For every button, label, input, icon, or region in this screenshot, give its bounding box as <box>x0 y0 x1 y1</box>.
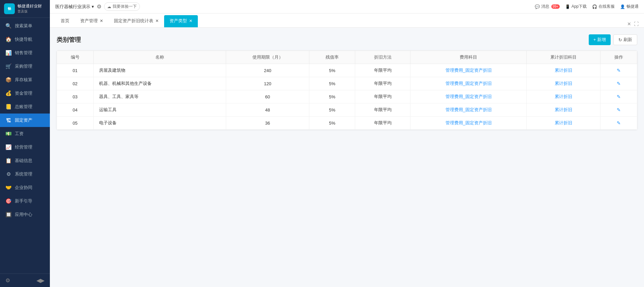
cell-accumulated: 累计折旧 <box>527 117 601 130</box>
sidebar-item-search[interactable]: 🔍搜索菜单 <box>0 19 50 33</box>
sidebar-item-sales[interactable]: 📊销售管理 <box>0 46 50 60</box>
settings-icon[interactable]: ⚙ <box>5 277 10 284</box>
company-selector[interactable]: 医疗器械行业演示 ▾ <box>55 4 94 10</box>
sidebar-item-ledger[interactable]: 📒总账管理 <box>0 100 50 114</box>
tab-asset-mgmt[interactable]: 资产管理✕ <box>75 15 109 27</box>
feedback-icon: ☁ <box>107 4 111 9</box>
sidebar-item-label: 系统管理 <box>15 171 32 177</box>
cell-residual: 5% <box>309 117 355 130</box>
cell-code: 04 <box>57 103 94 117</box>
tab-asset-type[interactable]: 资产类型✕ <box>164 15 198 27</box>
tab-close-icon[interactable]: ✕ <box>100 19 103 23</box>
sidebar-bottom: ⚙ ◀▶ <box>0 274 50 287</box>
guide-icon: 🎯 <box>5 198 11 204</box>
table-body: 01 房屋及建筑物 240 5% 年限平均 管理费用_固定资产折旧 累计折旧 ✎… <box>57 64 637 130</box>
message-badge: 99+ <box>551 4 560 9</box>
sidebar-item-guide[interactable]: 🎯新手引导 <box>0 194 50 208</box>
page-title: 类别管理 <box>57 36 81 44</box>
online-service-button[interactable]: 🎧 在线客服 <box>592 4 615 9</box>
sidebar-item-purchase[interactable]: 🛒采购管理 <box>0 60 50 73</box>
sidebar-nav: 🔍搜索菜单🏠快捷导航📊销售管理🛒采购管理📦库存核算💰资金管理📒总账管理🏗固定资产… <box>0 18 50 274</box>
app-download-icon: 📱 <box>565 4 570 9</box>
company-name: 医疗器械行业演示 <box>55 4 90 10</box>
logo-icon: 畅 <box>4 3 15 14</box>
sidebar-item-basic-info[interactable]: 📋基础信息 <box>0 154 50 167</box>
sidebar-item-label: 新手引导 <box>15 198 32 204</box>
cell-period: 120 <box>226 77 309 90</box>
sidebar-item-cooperation[interactable]: 🤝企业协同 <box>0 181 50 194</box>
cell-expense: 管理费用_固定资产折旧 <box>410 117 527 130</box>
sidebar-item-payroll[interactable]: 💵工资 <box>0 127 50 140</box>
cell-code: 02 <box>57 77 94 90</box>
ledger-icon: 📒 <box>5 104 11 110</box>
topbar-left: 医疗器械行业演示 ▾ ⚙ ☁ 我要体验一下 <box>55 2 531 11</box>
table-row: 05 电子设备 36 5% 年限平均 管理费用_固定资产折旧 累计折旧 ✎ <box>57 117 637 130</box>
cell-action[interactable]: ✎ <box>601 103 637 117</box>
cell-method: 年限平均 <box>355 103 410 117</box>
cell-method: 年限平均 <box>355 90 410 103</box>
sidebar: 畅 畅捷通好业财 普及版 🔍搜索菜单🏠快捷导航📊销售管理🛒采购管理📦库存核算💰资… <box>0 0 50 287</box>
new-button[interactable]: + 新增 <box>589 34 611 45</box>
sidebar-item-fixed-assets[interactable]: 🏗固定资产 <box>0 114 50 127</box>
sidebar-logo: 畅 畅捷通好业财 普及版 <box>0 0 50 18</box>
expand-icon[interactable]: ⛶ <box>634 21 639 27</box>
cell-expense: 管理费用_固定资产折旧 <box>410 64 527 77</box>
cell-action[interactable]: ✎ <box>601 64 637 77</box>
sidebar-item-quick-nav[interactable]: 🏠快捷导航 <box>0 33 50 46</box>
feedback-button[interactable]: ☁ 我要体验一下 <box>104 2 140 11</box>
sidebar-item-label: 经营管理 <box>15 144 32 150</box>
tab-close-icon[interactable]: ✕ <box>155 19 159 23</box>
cell-action[interactable]: ✎ <box>601 77 637 90</box>
tab-close-icon[interactable]: ✕ <box>189 19 192 23</box>
edit-icon[interactable]: ✎ <box>617 120 621 126</box>
page-header: 类别管理 + 新增 ↻ 刷新 <box>57 34 637 45</box>
refresh-icon: ↻ <box>618 37 622 42</box>
edit-icon[interactable]: ✎ <box>617 81 621 86</box>
tab-label: 固定资产折旧统计表 <box>114 18 153 24</box>
cooperation-icon: 🤝 <box>5 185 11 191</box>
tab-home[interactable]: 首页 <box>55 15 75 27</box>
sidebar-item-operations[interactable]: 📈经营管理 <box>0 140 50 154</box>
refresh-button[interactable]: ↻ 刷新 <box>613 34 637 45</box>
edit-icon[interactable]: ✎ <box>617 94 621 99</box>
dropdown-icon: ▾ <box>92 4 94 9</box>
cell-method: 年限平均 <box>355 64 410 77</box>
search-icon: 🔍 <box>5 23 11 29</box>
close-tab-icon[interactable]: ✕ <box>627 21 631 27</box>
topbar: 医疗器械行业演示 ▾ ⚙ ☁ 我要体验一下 💬 消息 99+ 📱 App下载 🎧… <box>50 0 644 13</box>
sidebar-item-label: 基础信息 <box>15 158 32 164</box>
table-row: 02 机器、机械和其他生产设备 120 5% 年限平均 管理费用_固定资产折旧 … <box>57 77 637 90</box>
sidebar-item-capital[interactable]: 💰资金管理 <box>0 87 50 100</box>
inventory-icon: 📦 <box>5 77 11 83</box>
logo-text-block: 畅捷通好业财 普及版 <box>18 4 42 14</box>
sales-icon: 📊 <box>5 50 11 56</box>
table-row: 03 器具、工具、家具等 60 5% 年限平均 管理费用_固定资产折旧 累计折旧… <box>57 90 637 103</box>
cell-action[interactable]: ✎ <box>601 117 637 130</box>
message-button[interactable]: 💬 消息 99+ <box>535 4 560 9</box>
basic-info-icon: 📋 <box>5 158 11 164</box>
table-row: 01 房屋及建筑物 240 5% 年限平均 管理费用_固定资产折旧 累计折旧 ✎ <box>57 64 637 77</box>
cell-name: 房屋及建筑物 <box>93 64 226 77</box>
operations-icon: 📈 <box>5 144 11 150</box>
cell-name: 机器、机械和其他生产设备 <box>93 77 226 90</box>
cell-code: 01 <box>57 64 94 77</box>
payroll-icon: 💵 <box>5 131 11 137</box>
edit-icon[interactable]: ✎ <box>617 68 621 73</box>
sidebar-item-system[interactable]: ⚙系统管理 <box>0 167 50 181</box>
user-menu[interactable]: 👤 畅捷通 <box>620 4 639 9</box>
logo-edition: 普及版 <box>18 9 42 14</box>
collapse-icon[interactable]: ◀▶ <box>36 277 44 284</box>
cell-action[interactable]: ✎ <box>601 90 637 103</box>
tab-depreciation[interactable]: 固定资产折旧统计表✕ <box>109 15 164 27</box>
quick-nav-icon: 🏠 <box>5 36 11 42</box>
topbar-settings-icon[interactable]: ⚙ <box>97 3 101 10</box>
page-content: 类别管理 + 新增 ↻ 刷新 编号名称使用期限（月）残值率折旧方法费用科目累计折… <box>50 28 644 287</box>
app-download-button[interactable]: 📱 App下载 <box>565 4 587 9</box>
sidebar-item-inventory[interactable]: 📦库存核算 <box>0 73 50 87</box>
system-icon: ⚙ <box>5 171 11 177</box>
sidebar-item-apps[interactable]: 🔲应用中心 <box>0 208 50 221</box>
edit-icon[interactable]: ✎ <box>617 107 621 113</box>
cell-residual: 5% <box>309 64 355 77</box>
cell-name: 器具、工具、家具等 <box>93 90 226 103</box>
table-row: 04 运输工具 48 5% 年限平均 管理费用_固定资产折旧 累计折旧 ✎ <box>57 103 637 117</box>
